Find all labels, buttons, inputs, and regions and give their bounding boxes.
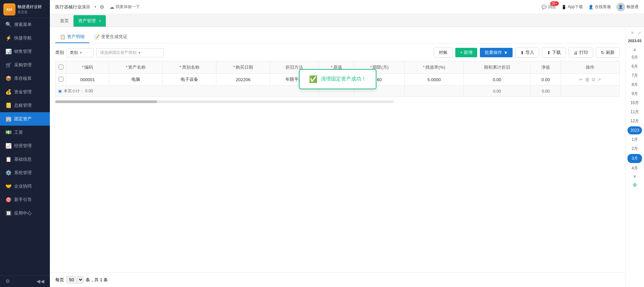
main-content: 📋 资产明细 📝 变更生成凭证 类别 类别 ▼ [50,27,625,272]
app-name: 畅捷通好业财 [18,4,42,10]
col-actions: 操作 [561,61,619,74]
experience-button[interactable]: ☁ 我要体验一下 [107,3,143,11]
sidebar-item-purchase[interactable]: 🛒 采购管理 [0,58,50,72]
calendar-header: 2023.03 [627,37,642,44]
sidebar-bottom: ⚙ ◀◀ [0,275,50,287]
sidebar-item-inventory[interactable]: 📦 库存核算 [0,72,50,85]
sidebar-item-label: 新手引导 [14,197,32,203]
copy-icon[interactable]: ⧉ [592,77,595,83]
collapse-sidebar-button[interactable]: ◀◀ [36,278,44,284]
pagination: 每页 50 100 200 条，共 1 条 [50,272,625,287]
reconcile-button[interactable]: 对账 [434,47,453,58]
company-name: 医疗器械行业演示 [55,4,90,10]
sidebar-item-app-center[interactable]: 🔲 应用中心 [0,206,50,220]
add-button[interactable]: + 新增 [455,48,477,57]
calendar-expand-button[interactable]: ⤢ [636,29,643,37]
subtotal-initial: 0.00 [463,86,530,97]
calendar-month-feb[interactable]: 2月 [625,144,644,153]
content-area: 📋 资产明细 📝 变更生成凭证 类别 类别 ▼ [50,27,644,287]
calendar-month-apr[interactable]: 4月 [625,164,644,173]
select-all-checkbox[interactable] [59,65,63,69]
sidebar-item-label: 库存核算 [14,75,32,82]
experience-icon: ☁ [110,4,114,10]
delete-icon[interactable]: 🗑 [585,77,590,82]
sidebar-item-funds[interactable]: 💰 资金管理 [0,85,50,99]
sidebar-item-label: 基础信息 [14,156,32,162]
online-service-button[interactable]: 👤 在线客服 [588,4,611,10]
app-download-button[interactable]: 📱 App下载 [561,4,583,10]
sidebar-item-payroll[interactable]: 💵 工资 [0,126,50,139]
sub-tab-change-voucher[interactable]: 📝 变更生成凭证 [89,31,132,43]
sidebar-item-basic-info[interactable]: 📋 基础信息 [0,153,50,166]
calendar-month-aug[interactable]: 8月 [625,80,644,89]
calendar-down-icon[interactable]: ⊕ [631,180,638,189]
sales-icon: 📊 [5,49,11,55]
import-button[interactable]: ⬆ 导入 [515,47,539,58]
calendar-year-2023[interactable]: 2023 [627,126,642,134]
calendar-down-button[interactable]: ▼ [632,173,638,180]
toolbar-left: 类别 类别 ▼ 请选择固定资产类别 ▼ [55,48,164,57]
company-dropdown-arrow[interactable]: ▼ [94,5,97,9]
tabs-bar: 首页 资产管理 × [50,14,644,27]
total-count-label: 条，共 1 条 [86,277,108,283]
cell-residual-rate: 5.0000 [405,74,463,86]
quick-nav-icon: ⚡ [5,35,11,41]
tab-home[interactable]: 首页 [55,15,73,27]
download-button[interactable]: ⬇ 下载 [542,47,566,58]
company-settings-icon[interactable]: ⚙ [100,4,104,10]
subtotal-icon: ▣ [58,89,62,93]
success-toast: ✅ 清理固定资产成功！ [299,69,376,89]
category-filter-select[interactable]: 类别 ▼ [67,48,94,57]
table-horizontal-scrollbar[interactable] [55,100,394,103]
fixed-assets-icon: 🏢 [5,116,11,122]
sidebar-item-sys-mgmt[interactable]: ⚙️ 系统管理 [0,166,50,180]
more-icon[interactable]: ↗ [597,77,601,82]
sidebar-item-enterprise[interactable]: 🤝 企业协同 [0,180,50,193]
per-page-select[interactable]: 50 100 200 [66,276,84,284]
cell-category: 电子设备 [162,74,216,86]
calendar-month-july[interactable]: 7月 [625,71,644,80]
row-checkbox[interactable] [59,77,63,82]
category-filter-input[interactable]: 请选择固定资产类别 ▼ [96,48,164,57]
cell-code: 000001 [66,74,109,86]
topbar-left: 医疗器械行业演示 ▼ ⚙ ☁ 我要体验一下 [55,3,538,11]
tab-close-button[interactable]: × [99,19,101,23]
sidebar-item-guide[interactable]: 🎯 新手引导 [0,193,50,206]
sidebar-item-operations[interactable]: 📈 经营管理 [0,139,50,153]
inventory-icon: 📦 [5,75,11,82]
settings-icon[interactable]: ⚙ [5,278,10,284]
col-code: *编码 [66,61,109,74]
calendar-month-sep[interactable]: 9月 [625,89,644,98]
app-center-icon: 🔲 [5,210,11,216]
user-menu-button[interactable]: 👤 畅捷通 [616,3,639,11]
bell-icon: 💬 [542,5,547,9]
refresh-button[interactable]: ↻ 刷新 [596,47,620,58]
print-button[interactable]: 🖨 打印 [569,47,593,58]
edit-icon[interactable]: ✏ [579,77,583,82]
sub-tab-asset-detail[interactable]: 📋 资产明细 [55,31,89,43]
main-area: 医疗器械行业演示 ▼ ⚙ ☁ 我要体验一下 💬 消息 99+ 📱 App下载 👤… [50,0,644,287]
sidebar-item-sales[interactable]: 📊 销售管理 [0,45,50,58]
calendar-month-may[interactable]: 5月 [625,53,644,62]
sidebar-item-search[interactable]: 🔍 搜索菜单 [0,18,50,31]
sidebar-item-ledger[interactable]: 📒 总账管理 [0,99,50,112]
calendar-month-nov[interactable]: 11月 [625,107,644,117]
app-download-label: App下载 [568,4,583,10]
calendar-month-oct[interactable]: 10月 [625,98,644,107]
calendar-close-button[interactable]: ✕ [629,29,636,37]
batch-button[interactable]: 批量操作 ▼ [480,48,513,57]
col-checkbox [56,61,66,74]
cell-purchase-date: 202206 [216,74,270,86]
calendar-month-mar[interactable]: 3月 [627,154,642,163]
notifications-button[interactable]: 💬 消息 99+ [542,4,556,10]
calendar-month-june[interactable]: 6月 [625,62,644,71]
calendar-up-button[interactable]: ▲ [632,45,638,53]
sidebar-item-label: 快捷导航 [14,35,32,41]
calendar-month-dec[interactable]: 12月 [625,117,644,126]
tab-asset-mgmt[interactable]: 资产管理 × [73,15,106,27]
cell-name: 电脑 [109,74,162,86]
sidebar-item-quick-nav[interactable]: ⚡ 快捷导航 [0,31,50,45]
enterprise-icon: 🤝 [5,183,11,189]
calendar-month-jan[interactable]: 1月 [625,135,644,144]
sidebar-item-fixed-assets[interactable]: 🏢 固定资产 [0,112,50,126]
